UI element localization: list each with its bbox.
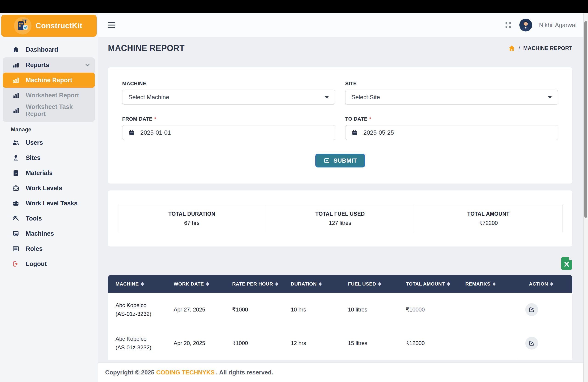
- app-header: Nikhil Agarwal: [98, 13, 588, 37]
- chevron-down-icon: [84, 62, 91, 68]
- column-header-action[interactable]: ACTION: [518, 281, 572, 287]
- calendar-icon: [351, 129, 358, 136]
- vehicle-icon: [12, 230, 20, 237]
- sidebar-item-roles[interactable]: Roles: [3, 241, 95, 256]
- sidebar-item-tools[interactable]: Tools: [3, 211, 95, 226]
- machine-select[interactable]: Select Machine: [122, 90, 335, 105]
- map-pin-icon: [12, 154, 20, 162]
- site-select-value: Select Site: [351, 94, 380, 101]
- table-header-row: MACHINE WORK DATE RATE PER HOUR DURATION…: [108, 275, 572, 293]
- sidebar-item-worksheet-report[interactable]: Worksheet Report: [3, 88, 95, 103]
- sidebar-item-label: Reports: [26, 62, 49, 69]
- column-header-machine[interactable]: MACHINE: [108, 281, 174, 287]
- logout-icon: [12, 260, 20, 268]
- edit-row-button[interactable]: [525, 337, 538, 350]
- sidebar-item-users[interactable]: Users: [3, 135, 95, 150]
- bar-chart-outline-icon: [12, 76, 20, 84]
- browser-top-strip: [0, 0, 588, 13]
- page-title: MACHINE REPORT: [108, 43, 185, 53]
- table-body: Abc Kobelco (AS-01z-3232) Apr 27, 2025 ₹…: [108, 293, 572, 360]
- table-row: Abc Kobelco (AS-01z-3232) Apr 27, 2025 ₹…: [108, 293, 572, 326]
- caret-down-icon: [548, 96, 552, 99]
- summary-label: TOTAL FUEL USED: [315, 211, 365, 217]
- sidebar-item-label: Logout: [26, 260, 47, 268]
- sidebar: ConstructKit Dashboard Reports: [0, 13, 98, 382]
- column-header-rate[interactable]: RATE PER HOUR: [232, 281, 291, 287]
- bar-chart-icon: [12, 61, 20, 69]
- avatar[interactable]: [519, 19, 532, 31]
- app-screen: ConstructKit Dashboard Reports: [0, 0, 588, 382]
- from-date-label: FROM DATE: [122, 116, 152, 122]
- cell-rate: ₹1000: [232, 340, 291, 346]
- user-name[interactable]: Nikhil Agarwal: [539, 21, 577, 29]
- site-field: SITE Select Site: [345, 81, 558, 105]
- sidebar-item-label: Worksheet Task Report: [26, 103, 91, 118]
- hammer-icon: [12, 214, 20, 222]
- summary-card: TOTAL DURATION 67 hrs TOTAL FUEL USED 12…: [108, 191, 572, 247]
- sidebar-item-machines[interactable]: Machines: [3, 226, 95, 241]
- sort-icon: [550, 282, 553, 286]
- sidebar-item-label: Machine Report: [26, 77, 72, 84]
- cell-duration: 10 hrs: [291, 306, 348, 313]
- sidebar-item-label: Users: [26, 139, 43, 146]
- cell-fuel: 15 litres: [348, 340, 406, 346]
- sidebar-item-materials[interactable]: Materials: [3, 165, 95, 181]
- cell-machine: Abc Kobelco (AS-01z-3232): [108, 301, 174, 318]
- sidebar-item-sites[interactable]: Sites: [3, 150, 95, 165]
- to-date-field: TO DATE * 2025-05-25: [345, 116, 558, 140]
- calendar-icon: [128, 129, 135, 136]
- caret-down-icon: [325, 96, 329, 99]
- sidebar-item-label: Sites: [26, 154, 41, 162]
- sidebar-item-logout[interactable]: Logout: [3, 256, 95, 272]
- submit-button[interactable]: SUBMIT: [315, 154, 365, 168]
- sort-icon: [141, 282, 144, 286]
- summary-label: TOTAL DURATION: [168, 211, 215, 217]
- fullscreen-icon[interactable]: [504, 21, 512, 29]
- from-date-input[interactable]: 2025-01-01: [122, 125, 335, 140]
- from-date-value: 2025-01-01: [140, 129, 171, 136]
- sidebar-item-reports[interactable]: Reports: [3, 57, 95, 73]
- brand-logo[interactable]: ConstructKit: [1, 15, 97, 37]
- sidebar-item-worksheet-task-report[interactable]: Worksheet Task Report: [3, 103, 95, 118]
- sidebar-item-label: Machines: [26, 230, 54, 237]
- summary-label: TOTAL AMOUNT: [467, 211, 509, 217]
- column-header-duration[interactable]: DURATION: [291, 281, 348, 287]
- home-icon[interactable]: [508, 44, 515, 52]
- main-content: MACHINE REPORT / MACHINE REPORT MACHINE: [98, 37, 588, 362]
- cell-rate: ₹1000: [232, 306, 291, 313]
- scrollbar-thumb[interactable]: [584, 21, 587, 218]
- export-excel-button[interactable]: [561, 257, 572, 270]
- breadcrumb: / MACHINE REPORT: [508, 44, 572, 52]
- site-select[interactable]: Select Site: [345, 90, 558, 105]
- filter-card: MACHINE Select Machine SITE Select Site: [108, 67, 572, 184]
- sidebar-item-dashboard[interactable]: Dashboard: [3, 42, 95, 57]
- to-date-input[interactable]: 2025-05-25: [345, 125, 558, 140]
- cell-fuel: 10 litres: [348, 306, 406, 313]
- footer-brand[interactable]: CODING TECHNYKS: [156, 369, 214, 376]
- to-date-value: 2025-05-25: [363, 129, 394, 136]
- edit-pencil-icon: [528, 306, 535, 313]
- page-scrollbar[interactable]: [583, 13, 588, 382]
- submit-icon: [323, 157, 330, 164]
- machine-select-value: Select Machine: [128, 94, 169, 101]
- required-asterisk: *: [369, 116, 371, 122]
- machine-label: MACHINE: [122, 81, 146, 86]
- column-header-remarks[interactable]: REMARKS: [465, 281, 518, 287]
- sidebar-item-work-level-tasks[interactable]: Work Level Tasks: [3, 196, 95, 211]
- cell-machine: Abc Kobelco (AS-01z-3232): [108, 335, 174, 352]
- to-date-label: TO DATE: [345, 116, 368, 122]
- copyright-text: Copyright © 2025: [105, 369, 154, 376]
- column-header-work-date[interactable]: WORK DATE: [174, 281, 232, 287]
- column-header-amount[interactable]: TOTAL AMOUNT: [406, 281, 465, 287]
- column-header-fuel[interactable]: FUEL USED: [348, 281, 406, 287]
- sidebar-item-machine-report[interactable]: Machine Report: [3, 73, 95, 88]
- summary-total-fuel: TOTAL FUEL USED 127 litres: [266, 205, 414, 232]
- edit-row-button[interactable]: [525, 303, 538, 316]
- sort-icon: [275, 282, 278, 286]
- menu-toggle-button[interactable]: [108, 22, 115, 28]
- cell-amount: ₹12000: [406, 340, 465, 346]
- users-icon: [12, 139, 20, 147]
- sidebar-item-work-levels[interactable]: Work Levels: [3, 181, 95, 196]
- table-row: Abc Kobelco (AS-01z-3232) Apr 20, 2025 ₹…: [108, 326, 572, 360]
- summary-total-amount: TOTAL AMOUNT ₹72200: [414, 205, 563, 232]
